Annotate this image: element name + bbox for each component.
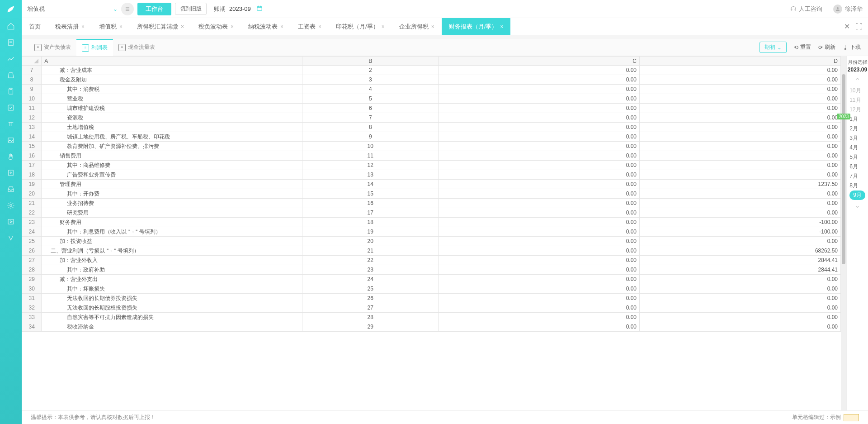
- row-header[interactable]: 15: [22, 142, 42, 151]
- nav-inbox-icon[interactable]: [0, 181, 22, 197]
- cell[interactable]: 营业税: [42, 94, 302, 104]
- close-icon[interactable]: ×: [382, 24, 385, 30]
- cell[interactable]: 5: [302, 94, 439, 104]
- tab-2[interactable]: 增值税×: [92, 18, 130, 35]
- nav-v-icon[interactable]: [0, 230, 22, 246]
- nav-image-icon[interactable]: [0, 132, 22, 148]
- cell[interactable]: 0.00: [640, 151, 841, 161]
- close-icon[interactable]: ×: [119, 24, 123, 30]
- cell[interactable]: 0.00: [640, 94, 841, 104]
- cell[interactable]: 0.00: [640, 66, 841, 75]
- cell[interactable]: 0.00: [439, 265, 640, 275]
- cell[interactable]: 0.00: [640, 284, 841, 294]
- cell[interactable]: 0.00: [439, 113, 640, 123]
- row-header[interactable]: 26: [22, 246, 42, 256]
- cell[interactable]: 14: [302, 180, 439, 189]
- refresh-button[interactable]: ⟳刷新: [818, 43, 835, 51]
- cell[interactable]: 24: [302, 275, 439, 284]
- cell[interactable]: 2844.41: [640, 265, 841, 275]
- row-header[interactable]: 22: [22, 208, 42, 218]
- row-header[interactable]: 10: [22, 94, 42, 104]
- nav-settings-icon[interactable]: [0, 197, 22, 214]
- cell[interactable]: 销售费用: [42, 151, 302, 161]
- close-icon[interactable]: ×: [81, 24, 85, 30]
- col-header-B[interactable]: B: [302, 57, 439, 66]
- month-option[interactable]: 5月: [849, 152, 865, 162]
- row-header[interactable]: 16: [22, 151, 42, 161]
- cell[interactable]: 其中：消费税: [42, 85, 302, 94]
- cell[interactable]: 3: [302, 75, 439, 85]
- cell[interactable]: 0.00: [439, 246, 640, 256]
- cell[interactable]: 税金及附加: [42, 75, 302, 85]
- cell[interactable]: 0.00: [640, 294, 841, 303]
- tab-8[interactable]: 企业所得税×: [392, 18, 442, 35]
- cell[interactable]: 0.00: [439, 75, 640, 85]
- cell[interactable]: 0.00: [439, 180, 640, 189]
- cell[interactable]: 12: [302, 161, 439, 170]
- cell[interactable]: 0.00: [439, 94, 640, 104]
- cell[interactable]: -100.00: [640, 227, 841, 237]
- cell[interactable]: 其中：开办费: [42, 189, 302, 199]
- cell[interactable]: 0.00: [439, 284, 640, 294]
- month-option[interactable]: 2月: [849, 124, 865, 133]
- cell[interactable]: 0.00: [640, 170, 841, 180]
- cell[interactable]: 16: [302, 199, 439, 208]
- cell[interactable]: 0.00: [640, 132, 841, 142]
- cell[interactable]: 其中：利息费用（收入以＂-＂号填列）: [42, 227, 302, 237]
- cell[interactable]: 20: [302, 237, 439, 246]
- nav-hand-icon[interactable]: [0, 148, 22, 165]
- cell[interactable]: 0.00: [439, 322, 640, 332]
- col-header-C[interactable]: C: [439, 57, 640, 66]
- cell[interactable]: 二、营业利润（亏损以＂-＂号填列）: [42, 246, 302, 256]
- cell[interactable]: 0.00: [439, 161, 640, 170]
- cell[interactable]: 0.00: [640, 75, 841, 85]
- cell[interactable]: 0.00: [640, 85, 841, 94]
- cell[interactable]: 减：营业外支出: [42, 275, 302, 284]
- cell[interactable]: 0.00: [439, 199, 640, 208]
- row-header[interactable]: 33: [22, 313, 42, 322]
- cell[interactable]: 1237.50: [640, 180, 841, 189]
- cell[interactable]: 4: [302, 85, 439, 94]
- row-header[interactable]: 31: [22, 294, 42, 303]
- cell[interactable]: 0.00: [439, 132, 640, 142]
- close-all-icon[interactable]: ✕: [844, 22, 850, 31]
- row-header[interactable]: 30: [22, 284, 42, 294]
- cell[interactable]: 2: [302, 66, 439, 75]
- cell[interactable]: 7: [302, 113, 439, 123]
- cell[interactable]: 减：营业成本: [42, 66, 302, 75]
- cell[interactable]: 资源税: [42, 113, 302, 123]
- cell[interactable]: 0.00: [439, 142, 640, 151]
- cell[interactable]: 17: [302, 208, 439, 218]
- cell[interactable]: 23: [302, 265, 439, 275]
- col-header-A[interactable]: A: [42, 57, 302, 66]
- cell[interactable]: 0.00: [640, 199, 841, 208]
- cell[interactable]: 28: [302, 313, 439, 322]
- cell[interactable]: 0.00: [439, 208, 640, 218]
- row-header[interactable]: 27: [22, 256, 42, 265]
- close-icon[interactable]: ×: [431, 24, 434, 30]
- tab-0[interactable]: 首页: [22, 18, 48, 35]
- nav-check-icon[interactable]: [0, 100, 22, 116]
- month-option[interactable]: 1月2023: [849, 114, 865, 124]
- cell[interactable]: 0.00: [439, 237, 640, 246]
- cell[interactable]: 10: [302, 142, 439, 151]
- cell[interactable]: 其中：商品维修费: [42, 161, 302, 170]
- cell[interactable]: 0.00: [439, 85, 640, 94]
- row-header[interactable]: 29: [22, 275, 42, 284]
- cell[interactable]: 22: [302, 256, 439, 265]
- cell[interactable]: 0.00: [640, 275, 841, 284]
- cell[interactable]: 0.00: [439, 303, 640, 313]
- cell[interactable]: 无法收回的长期债券投资损失: [42, 294, 302, 303]
- cell[interactable]: 27: [302, 303, 439, 313]
- row-header[interactable]: 28: [22, 265, 42, 275]
- row-header[interactable]: 18: [22, 170, 42, 180]
- corner-cell[interactable]: [22, 57, 42, 66]
- row-header[interactable]: 9: [22, 85, 42, 94]
- cell[interactable]: 0.00: [439, 189, 640, 199]
- row-header[interactable]: 23: [22, 218, 42, 227]
- cell[interactable]: 0.00: [439, 313, 640, 322]
- cell[interactable]: 业务招待费: [42, 199, 302, 208]
- row-header[interactable]: 24: [22, 227, 42, 237]
- nav-clipboard-icon[interactable]: [0, 83, 22, 100]
- cell[interactable]: 29: [302, 322, 439, 332]
